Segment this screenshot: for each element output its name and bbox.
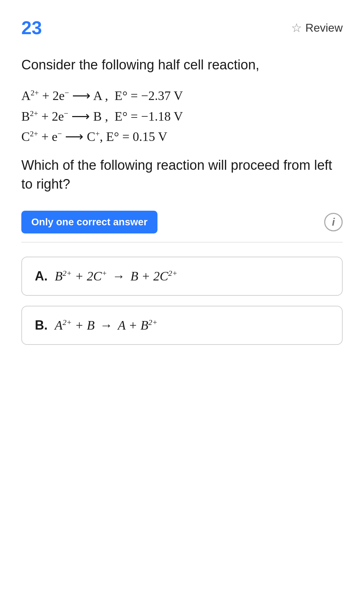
info-button[interactable]: i (324, 213, 343, 231)
reactions-block: A2+ + 2e− ⟶ A , E° = −2.37 V B2+ + 2e− ⟶… (21, 86, 343, 147)
reaction-1: A2+ + 2e− ⟶ A , E° = −2.37 V (21, 86, 343, 106)
answer-type-badge: Only one correct answer (21, 211, 157, 233)
question-body: Consider the following half cell reactio… (21, 56, 343, 194)
option-b-label: B. (35, 318, 48, 333)
option-a-label: A. (35, 269, 48, 284)
option-a[interactable]: A. B2+ + 2C+ → B + 2C2+ (21, 257, 343, 296)
divider (21, 242, 343, 242)
star-icon: ☆ (291, 21, 302, 35)
option-b[interactable]: B. A2+ + B → A + B2+ (21, 306, 343, 345)
info-icon: i (332, 216, 335, 228)
option-a-content: B2+ + 2C+ → B + 2C2+ (55, 269, 177, 284)
reaction-2: B2+ + 2e− ⟶ B , E° = −1.18 V (21, 106, 343, 127)
review-button[interactable]: ☆ Review (291, 21, 343, 35)
options-list: A. B2+ + 2C+ → B + 2C2+ B. A2+ + B → A +… (21, 257, 343, 345)
review-label: Review (305, 21, 343, 35)
question-intro: Consider the following half cell reactio… (21, 56, 343, 74)
badge-row: Only one correct answer i (21, 211, 343, 233)
question-number: 23 (21, 17, 42, 38)
question-subtext: Which of the following reaction will pro… (21, 156, 343, 194)
option-b-content: A2+ + B → A + B2+ (55, 318, 157, 333)
reaction-3: C2+ + e− ⟶ C+, E° = 0.15 V (21, 127, 343, 147)
page-container: 23 ☆ Review Consider the following half … (0, 0, 364, 599)
header: 23 ☆ Review (21, 17, 343, 38)
